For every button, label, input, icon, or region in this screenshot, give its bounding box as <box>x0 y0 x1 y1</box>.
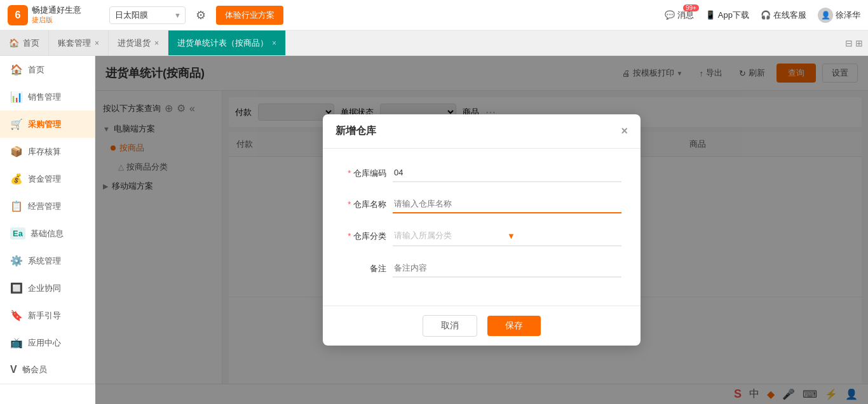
tab-purchase-stat-close[interactable]: × <box>272 39 276 48</box>
tab-purchase-stat-label: 进货单统计表（按商品） <box>177 37 268 49</box>
enterprise-icon: 🔲 <box>10 282 23 294</box>
tab-purchase-stat[interactable]: 进货单统计表（按商品） × <box>168 30 286 55</box>
sidebar-guide-label: 新手引导 <box>28 310 61 321</box>
remark-label: 备注 <box>342 263 386 274</box>
logo-icon: 6 <box>8 5 28 25</box>
sidebar-member-label: 畅会员 <box>22 364 47 375</box>
logo-text-block: 畅捷通好生意 捷启版 <box>32 5 81 25</box>
mobile-icon: 📱 <box>705 10 715 20</box>
save-button[interactable]: 保存 <box>487 316 541 336</box>
sidebar-app-center-label: 应用中心 <box>28 337 61 349</box>
message-icon: 💬 <box>665 10 675 20</box>
sidebar-item-guide[interactable]: 🔖 新手引导 <box>0 302 95 329</box>
code-input[interactable] <box>393 164 621 182</box>
purchase-icon: 🛒 <box>10 118 23 130</box>
content-area: 进货单统计(按商品) 🖨 按模板打印 ▼ ↑ 导出 ↻ 刷新 查询 设置 <box>95 56 868 404</box>
message-item[interactable]: 💬 消息 99+ <box>665 10 694 21</box>
tab-purchase-return[interactable]: 进货退货 × <box>109 30 168 55</box>
experience-btn[interactable]: 体验行业方案 <box>216 6 283 25</box>
sidebar-item-enterprise[interactable]: 🔲 企业协同 <box>0 274 95 302</box>
avatar: 👤 <box>818 8 833 23</box>
modal-header: 新增仓库 × <box>323 114 641 149</box>
sidebar-item-inventory[interactable]: 📦 库存核算 <box>0 138 95 165</box>
form-row-remark: 备注 <box>342 259 621 278</box>
modal-overlay[interactable]: 新增仓库 × 仓库编码 仓库名称 仓库分类 <box>95 56 868 404</box>
tab-account[interactable]: 账套管理 × <box>49 30 109 55</box>
category-chevron-icon: ▼ <box>507 231 620 241</box>
member-icon: V <box>10 364 17 375</box>
modal-footer: 取消 保存 <box>323 306 641 346</box>
name-label: 仓库名称 <box>342 199 386 210</box>
sidebar-item-finance[interactable]: 💰 资金管理 <box>0 165 95 192</box>
sidebar-item-home[interactable]: 🏠 首页 <box>0 56 95 83</box>
logo-sub: 捷启版 <box>32 15 81 25</box>
modal-body: 仓库编码 仓库名称 仓库分类 请输入所属分类 ▼ <box>323 149 641 306</box>
message-badge: 99+ <box>683 4 699 11</box>
remark-input[interactable] <box>393 259 621 278</box>
sidebar-item-purchase[interactable]: 🛒 采购管理 <box>0 111 95 138</box>
cancel-button[interactable]: 取消 <box>423 315 477 337</box>
sidebar-enterprise-label: 企业协同 <box>28 283 61 294</box>
tab-account-close[interactable]: × <box>95 39 99 48</box>
home-sidebar-icon: 🏠 <box>10 64 23 76</box>
headset-icon: 🎧 <box>761 10 771 20</box>
sidebar-item-basic-info[interactable]: Ea 基础信息 <box>0 220 95 247</box>
category-placeholder: 请输入所属分类 <box>394 230 507 241</box>
header-right: 💬 消息 99+ 📱 App下载 🎧 在线客服 👤 徐泽华 <box>665 8 860 23</box>
basic-info-icon: Ea <box>10 227 25 239</box>
modal-dialog: 新增仓库 × 仓库编码 仓库名称 仓库分类 <box>323 114 641 346</box>
main-layout: 🏠 首页 📊 销售管理 🛒 采购管理 📦 库存核算 💰 资金管理 📋 经营管理 … <box>0 56 868 404</box>
tab-purchase-return-label: 进货退货 <box>118 37 151 49</box>
modal-close-icon[interactable]: × <box>621 125 628 138</box>
system-icon: ⚙️ <box>10 255 23 267</box>
username-label: 徐泽华 <box>836 10 860 21</box>
home-icon: 🏠 <box>9 38 19 48</box>
form-row-code: 仓库编码 <box>342 164 621 182</box>
tab-home[interactable]: 🏠 首页 <box>0 30 49 55</box>
category-select[interactable]: 请输入所属分类 ▼ <box>393 226 621 246</box>
gear-icon[interactable]: ⚙ <box>192 6 210 24</box>
category-label: 仓库分类 <box>342 231 386 242</box>
tab-home-label: 首页 <box>23 37 39 49</box>
form-row-name: 仓库名称 <box>342 195 621 213</box>
top-header: 6 畅捷通好生意 捷启版 日太阳膜 ▼ ⚙ 体验行业方案 💬 消息 99+ 📱 … <box>0 0 868 30</box>
sidebar-home-label: 首页 <box>28 64 44 76</box>
store-selector[interactable]: 日太阳膜 ▼ <box>109 6 186 24</box>
sidebar-finance-label: 资金管理 <box>28 173 61 185</box>
tab-purchase-return-close[interactable]: × <box>154 39 159 48</box>
app-center-icon: 📺 <box>10 337 23 349</box>
tab-spacer <box>286 30 840 55</box>
sidebar-inventory-label: 库存核算 <box>28 146 61 158</box>
sidebar-basic-info-label: 基础信息 <box>31 228 64 239</box>
code-label: 仓库编码 <box>342 168 386 179</box>
sidebar-item-sales[interactable]: 📊 销售管理 <box>0 83 95 111</box>
logo-text: 畅捷通好生意 <box>32 5 81 15</box>
sales-icon: 📊 <box>10 91 23 103</box>
user-item[interactable]: 👤 徐泽华 <box>818 8 860 23</box>
sidebar-system-label: 系统管理 <box>28 255 61 267</box>
sidebar-item-member[interactable]: V 畅会员 <box>0 356 95 383</box>
app-download-label: App下载 <box>718 10 749 21</box>
inventory-icon: 📦 <box>10 145 23 158</box>
form-row-category: 仓库分类 请输入所属分类 ▼ <box>342 226 621 246</box>
sidebar-item-app-center[interactable]: 📺 应用中心 <box>0 329 95 356</box>
sidebar-item-system[interactable]: ⚙️ 系统管理 <box>0 247 95 274</box>
logo-area: 6 畅捷通好生意 捷启版 <box>8 5 103 25</box>
sidebar-management-label: 经营管理 <box>28 201 61 212</box>
app-download-item[interactable]: 📱 App下载 <box>705 10 749 21</box>
sidebar-sales-label: 销售管理 <box>28 91 61 103</box>
online-service-label: 在线客服 <box>773 10 806 21</box>
tab-actions: ⊟ ⊞ <box>840 30 868 55</box>
tab-account-label: 账套管理 <box>58 37 91 49</box>
store-name: 日太阳膜 <box>115 10 148 20</box>
name-input[interactable] <box>393 195 621 213</box>
management-icon: 📋 <box>10 200 23 212</box>
guide-icon: 🔖 <box>10 309 23 321</box>
sidebar: 🏠 首页 📊 销售管理 🛒 采购管理 📦 库存核算 💰 资金管理 📋 经营管理 … <box>0 56 95 404</box>
sidebar-item-management[interactable]: 📋 经营管理 <box>0 192 95 220</box>
online-service-item[interactable]: 🎧 在线客服 <box>761 10 806 21</box>
modal-title: 新增仓库 <box>336 125 376 138</box>
tab-expand-icon[interactable]: ⊞ <box>855 38 863 48</box>
sidebar-purchase-label: 采购管理 <box>28 119 61 130</box>
tab-minimize-icon[interactable]: ⊟ <box>845 38 853 48</box>
